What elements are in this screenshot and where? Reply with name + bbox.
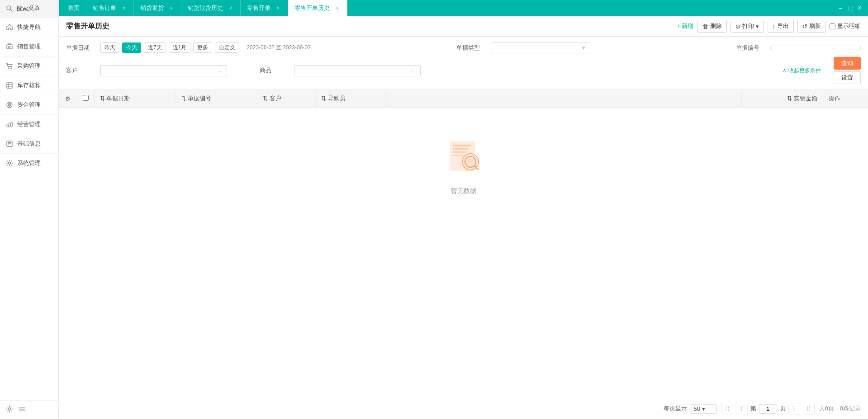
tab-sales-return[interactable]: 销货退货 ×: [134, 0, 181, 16]
th-salesperson[interactable]: ⇅ 导购员: [316, 90, 386, 108]
filter-row-1: 单据日期 昨天 今天 近7天 近1月 更多 自定义 2023-06-02 至 2…: [66, 42, 861, 53]
gear-icon[interactable]: ⚙: [65, 95, 71, 102]
svg-point-5: [8, 68, 9, 69]
settings-icon[interactable]: [5, 405, 14, 414]
print-button[interactable]: ⊜ 打印 ▾: [730, 20, 764, 33]
sidebar-item-purchase-mgmt[interactable]: 采购管理: [0, 56, 58, 76]
page-size-dropdown[interactable]: 50 ▾: [690, 404, 717, 414]
sidebar-item-label: 系统管理: [17, 159, 41, 167]
tab-sales-return-history[interactable]: 销货退货历史 ×: [181, 0, 241, 16]
date-btn-more[interactable]: 更多: [193, 42, 212, 53]
th-no[interactable]: ⇅ 单据编号: [175, 90, 257, 108]
close-tab-retail-open[interactable]: ×: [275, 5, 281, 11]
th-date-label: ⇅ 单据日期: [100, 95, 130, 102]
collapse-sidebar-icon[interactable]: [18, 405, 26, 414]
sidebar: 搜索采单 快捷导航 销售管理 采购管理: [0, 0, 59, 419]
date-btn-yesterday[interactable]: 昨天: [100, 42, 119, 53]
svg-rect-28: [453, 155, 464, 156]
basic-icon: [5, 140, 14, 148]
svg-rect-13: [9, 123, 10, 127]
tab-retail-history[interactable]: 零售开单历史 ×: [288, 0, 347, 16]
display-detail-input[interactable]: [830, 24, 835, 29]
delete-button[interactable]: 🗑 删除: [697, 20, 727, 33]
print-dropdown-icon: ▾: [756, 23, 759, 30]
th-date[interactable]: ⇅ 单据日期: [94, 90, 175, 108]
sidebar-item-inventory[interactable]: 库存核算: [0, 76, 58, 95]
next-page-btn[interactable]: ⟩: [788, 403, 800, 414]
sidebar-item-sales-mgmt[interactable]: 销售管理: [0, 37, 58, 56]
display-detail-checkbox[interactable]: 显示明细: [830, 22, 861, 30]
collapse-bar[interactable]: ∧ 收起更多条件: [783, 67, 821, 75]
sidebar-item-operations[interactable]: 经营管理: [0, 115, 58, 134]
prev-page-btn[interactable]: ⟨: [736, 403, 748, 414]
delete-label: 删除: [710, 22, 722, 30]
svg-line-1: [10, 9, 12, 11]
export-icon: ↑: [773, 23, 776, 30]
sidebar-bottom: [0, 400, 58, 419]
tab-retail-open-label: 零售开单: [247, 4, 270, 12]
add-button[interactable]: + 新增: [677, 22, 693, 30]
customer-input[interactable]: ···: [100, 65, 227, 76]
delete-icon: 🗑: [702, 23, 708, 30]
select-all-checkbox[interactable]: [83, 95, 89, 101]
sidebar-item-label: 资金管理: [17, 101, 41, 109]
page-title: 零售开单历史: [66, 22, 109, 31]
th-amount[interactable]: ⇅ 实销金额: [741, 90, 823, 108]
empty-state: 暂无数据: [59, 108, 868, 222]
close-tab-sales-return[interactable]: ×: [168, 5, 175, 11]
type-select[interactable]: ▾: [491, 42, 590, 53]
sidebar-item-quick-nav[interactable]: 快捷导航: [0, 18, 58, 37]
tab-sales-order[interactable]: 销售订单 ×: [86, 0, 134, 16]
export-button[interactable]: ↑ 导出: [768, 20, 794, 33]
query-button[interactable]: 查询: [834, 57, 861, 70]
setting-button[interactable]: 设置: [834, 71, 861, 84]
sidebar-search[interactable]: 搜索采单: [0, 0, 58, 18]
date-range: 2023-06-02 至 2023-06-02: [247, 44, 310, 52]
system-icon: [5, 159, 14, 167]
svg-rect-14: [11, 122, 12, 127]
last-page-btn[interactable]: ⟩⟩: [803, 403, 815, 414]
doc-no-input[interactable]: [770, 46, 861, 50]
date-btn-custom[interactable]: 自定义: [215, 42, 239, 53]
minimize-btn[interactable]: －: [837, 5, 844, 12]
svg-rect-27: [453, 151, 466, 153]
date-btn-1month[interactable]: 近1月: [169, 42, 191, 53]
refresh-label: 刷新: [809, 22, 821, 30]
tab-bar: 首页 销售订单 × 销货退货 × 销货退货历史 × 零售开单 × 零售开单历史 …: [59, 0, 868, 16]
home-icon: [5, 23, 14, 31]
th-checkbox[interactable]: [77, 90, 94, 108]
date-btn-7days[interactable]: 近7天: [144, 42, 166, 53]
th-spacer: [385, 90, 741, 108]
maximize-btn[interactable]: □: [849, 5, 853, 12]
date-btn-today[interactable]: 今天: [122, 42, 141, 53]
sidebar-item-finance[interactable]: 资金管理: [0, 95, 58, 115]
th-customer[interactable]: ⇅ 客户: [257, 90, 316, 108]
main-content: 首页 销售订单 × 销货退货 × 销货退货历史 × 零售开单 × 零售开单历史 …: [59, 0, 868, 419]
first-page-btn[interactable]: ⟨⟨: [721, 403, 733, 414]
tab-retail-open[interactable]: 零售开单 ×: [241, 0, 288, 16]
sidebar-item-label: 库存核算: [17, 81, 41, 89]
close-tab-sales-order[interactable]: ×: [121, 5, 127, 11]
collapse-label: 收起更多条件: [788, 67, 821, 75]
sidebar-search-label: 搜索采单: [16, 5, 40, 13]
th-gear[interactable]: ⚙: [59, 90, 77, 108]
svg-rect-25: [453, 145, 471, 146]
tab-sales-order-label: 销售订单: [93, 4, 116, 12]
sidebar-item-system[interactable]: 系统管理: [0, 154, 58, 173]
close-tab-sales-return-history[interactable]: ×: [228, 5, 234, 11]
close-tab-retail-history[interactable]: ×: [334, 5, 341, 11]
page-number-input[interactable]: [759, 404, 777, 414]
filter-row-2: 客户 ··· 商品 ··· ∧ 收起更多条件 查询 设置: [66, 57, 861, 84]
dropdown-icon: ▾: [702, 405, 705, 412]
close-btn[interactable]: ×: [858, 5, 862, 12]
toolbar-actions: + 新增 🗑 删除 ⊜ 打印 ▾ ↑ 导出 ↺ 刷新 显示明细: [677, 20, 861, 33]
chevron-down-icon: ▾: [582, 44, 585, 51]
svg-rect-21: [19, 407, 25, 408]
display-detail-label: 显示明细: [837, 22, 861, 30]
tab-home[interactable]: 首页: [62, 0, 86, 16]
goods-input[interactable]: ···: [294, 65, 421, 76]
empty-illustration: [441, 135, 486, 180]
sidebar-item-basic-info[interactable]: 基础信息: [0, 134, 58, 154]
refresh-button[interactable]: ↺ 刷新: [797, 20, 826, 33]
th-action: 操作: [823, 90, 868, 108]
